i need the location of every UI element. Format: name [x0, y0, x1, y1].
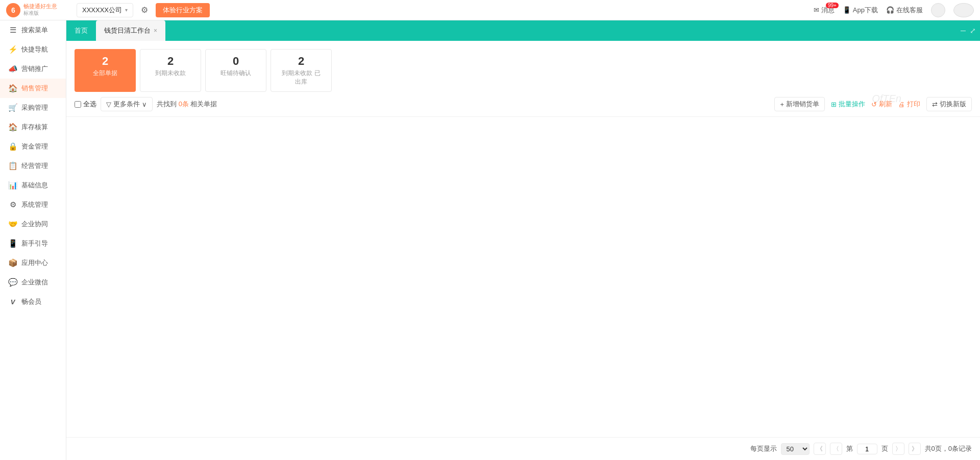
main-content: 2 全部单据 2 到期未收款 0 旺铺待确认 2 到期未收款 已出库 全选 — [66, 0, 980, 460]
page-number-input[interactable] — [857, 444, 877, 454]
sidebar-item-guide[interactable]: 📱 新手引导 — [0, 234, 66, 253]
tab-home[interactable]: 首页 — [66, 20, 96, 41]
basic-info-icon: 📊 — [8, 181, 17, 190]
next-page-button[interactable]: 〉 — [892, 443, 904, 455]
found-suffix: 相关单据 — [190, 100, 217, 108]
batch-operation-button[interactable]: ⊞ 批量操作 — [831, 100, 865, 109]
table-area — [66, 117, 980, 372]
user-menu[interactable] — [953, 3, 974, 17]
member-icon: V — [8, 298, 17, 306]
close-tab-icon[interactable]: × — [154, 27, 157, 34]
stat-number-pending: 0 — [214, 55, 258, 68]
found-text: 共找到 0条 相关单据 — [157, 100, 217, 109]
stat-card-pending[interactable]: 0 旺铺待确认 — [205, 49, 266, 92]
weixin-icon: 💬 — [8, 278, 17, 287]
stat-label-pending: 旺铺待确认 — [214, 69, 258, 78]
logo-text: 畅捷通好生意 — [23, 3, 57, 10]
last-page-button[interactable]: 》 — [909, 443, 921, 455]
chevron-icon: ∨ — [142, 101, 147, 108]
batch-label: 批量操作 — [839, 100, 865, 109]
sidebar-item-basic-info[interactable]: 📊 基础信息 — [0, 176, 66, 195]
company-selector[interactable]: XXXXXX公司 ▾ — [77, 3, 133, 17]
system-icon: ⚙ — [8, 200, 17, 209]
message-button[interactable]: ✉ 消息 99+ — [814, 6, 835, 15]
sidebar-item-label: 销售管理 — [21, 84, 48, 93]
sidebar-item-search-menu[interactable]: ☰ 搜索菜单 — [0, 20, 66, 40]
prev-page-icon: 〈 — [833, 445, 839, 453]
per-page-select[interactable]: 50 10 20 100 — [781, 443, 810, 455]
chevron-down-icon: ▾ — [125, 7, 128, 13]
sidebar-item-purchase[interactable]: 🛒 采购管理 — [0, 98, 66, 117]
sidebar-item-app-center[interactable]: 📦 应用中心 — [0, 253, 66, 273]
stat-card-all[interactable]: 2 全部单据 — [75, 49, 136, 92]
app-download-button[interactable]: 📱 App下载 — [843, 6, 878, 15]
app-download-label: App下载 — [853, 6, 878, 15]
finance-icon: 🔒 — [8, 142, 17, 151]
logo-icon: 6 — [6, 3, 20, 17]
add-label: 新增销货单 — [786, 100, 819, 109]
sidebar-item-label: 基础信息 — [21, 181, 48, 190]
stat-card-overdue-stock[interactable]: 2 到期未收款 已出库 — [271, 49, 332, 92]
tab-controls: ─ ⤢ — [961, 27, 980, 35]
add-sale-button[interactable]: + 新增销货单 — [774, 97, 825, 111]
online-service-button[interactable]: 🎧 在线客服 — [886, 6, 923, 15]
toolbar-right: + 新增销货单 ⊞ 批量操作 ↺ 刷新 🖨 打印 ⇄ 切换新版 — [774, 97, 972, 111]
top-header: 6 畅捷通好生意 标准版 XXXXXX公司 ▾ ⚙ 体验行业方案 ✉ 消息 99… — [0, 0, 980, 20]
sidebar-item-cooperation[interactable]: 🤝 企业协同 — [0, 214, 66, 234]
sidebar-item-quick-nav[interactable]: ⚡ 快捷导航 — [0, 40, 66, 59]
pagination-bar: 每页显示 50 10 20 100 《 〈 第 页 〉 》 共0页，0条记录 — [66, 437, 980, 460]
logo-area: 6 畅捷通好生意 标准版 — [6, 3, 72, 17]
sidebar-item-label: 系统管理 — [21, 200, 48, 209]
trial-button[interactable]: 体验行业方案 — [156, 3, 210, 17]
purchase-icon: 🛒 — [8, 103, 17, 112]
filter-button[interactable]: ▽ 更多条件 ∨ — [101, 97, 153, 111]
lightning-icon: ⚡ — [8, 45, 17, 54]
stats-row: 2 全部单据 2 到期未收款 0 旺铺待确认 2 到期未收款 已出库 — [66, 41, 980, 92]
sidebar-item-label: 新手引导 — [21, 239, 48, 248]
app-center-icon: 📦 — [8, 258, 17, 268]
download-icon: 📱 — [843, 6, 851, 14]
per-page-label: 每页显示 — [750, 444, 777, 453]
tab-home-label: 首页 — [75, 26, 88, 35]
next-page-icon: 〉 — [895, 445, 901, 453]
sidebar-item-system[interactable]: ⚙ 系统管理 — [0, 195, 66, 214]
switch-version-button[interactable]: ⇄ 切换新版 — [926, 97, 972, 111]
sidebar-item-label: 经营管理 — [21, 161, 48, 171]
tab-workbench[interactable]: 钱货日清工作台 × — [96, 20, 165, 41]
stat-label-overdue-stock: 到期未收款 已出库 — [279, 69, 323, 86]
expand-icon[interactable]: ⤢ — [970, 27, 976, 35]
first-page-icon: 《 — [817, 445, 823, 453]
message-badge: 99+ — [826, 3, 839, 8]
found-prefix: 共找到 — [157, 100, 177, 108]
first-page-button[interactable]: 《 — [814, 443, 826, 455]
logo-sub: 标准版 — [23, 10, 57, 17]
sidebar-item-weixin[interactable]: 💬 企业微信 — [0, 273, 66, 292]
sidebar-item-label: 搜索菜单 — [21, 26, 48, 35]
sidebar-item-sales[interactable]: 🏠 销售管理 — [0, 79, 66, 98]
sidebar-item-marketing[interactable]: 📣 营销推广 — [0, 59, 66, 79]
sales-icon: 🏠 — [8, 84, 17, 93]
stat-card-overdue[interactable]: 2 到期未收款 — [140, 49, 201, 92]
select-all-label: 全选 — [83, 100, 96, 109]
last-page-icon: 》 — [912, 445, 918, 453]
message-icon: ✉ — [814, 6, 819, 14]
found-count: 0条 — [179, 100, 189, 108]
refresh-button[interactable]: ↺ 刷新 — [871, 100, 892, 109]
print-button[interactable]: 🖨 打印 — [898, 100, 920, 109]
sidebar-item-member[interactable]: V 畅会员 — [0, 292, 66, 311]
gear-icon: ⚙ — [141, 5, 148, 15]
stat-number-overdue: 2 — [149, 55, 192, 68]
sidebar-item-finance[interactable]: 🔒 资金管理 — [0, 137, 66, 156]
sidebar-item-operations[interactable]: 📋 经营管理 — [0, 156, 66, 176]
sidebar: ☰ 搜索菜单 ⚡ 快捷导航 📣 营销推广 🏠 销售管理 🛒 采购管理 🏠 库存核… — [0, 0, 66, 460]
minimize-icon[interactable]: ─ — [961, 27, 966, 35]
header-right: ✉ 消息 99+ 📱 App下载 🎧 在线客服 — [814, 3, 974, 17]
select-all-input[interactable] — [75, 101, 81, 108]
sidebar-item-label: 企业协同 — [21, 220, 48, 229]
avatar[interactable] — [931, 3, 945, 17]
prev-page-button[interactable]: 〈 — [830, 443, 842, 455]
print-label: 打印 — [907, 100, 920, 109]
sidebar-item-inventory[interactable]: 🏠 库存核算 — [0, 117, 66, 137]
settings-button[interactable]: ⚙ — [137, 3, 152, 17]
select-all-checkbox[interactable]: 全选 — [75, 100, 96, 109]
